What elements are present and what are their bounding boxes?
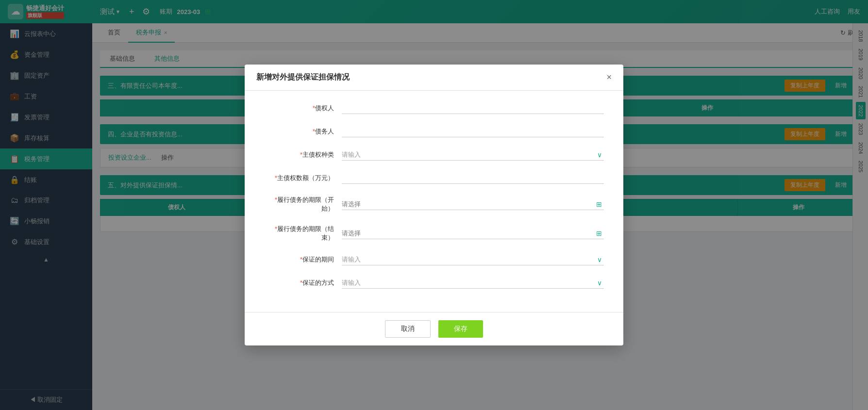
select-debt-type[interactable]: 请输入: [342, 149, 604, 161]
form-row-guarantee-method: *保证的方式 请输入 ∨: [264, 277, 604, 289]
input-debtor[interactable]: [342, 126, 604, 137]
form-row-guarantee-period: *保证的期间 请输入 ∨: [264, 254, 604, 265]
modal-header: 新增对外提供保证担保情况 ×: [245, 65, 623, 91]
input-debt-amount[interactable]: [342, 172, 604, 184]
modal-title: 新增对外提供保证担保情况: [256, 72, 350, 82]
form-row-debtor: *债务人: [264, 126, 604, 137]
form-row-period-start: *履行债务的期限（开始） ⊞: [264, 196, 604, 213]
label-creditor: *债权人: [264, 104, 342, 113]
save-button[interactable]: 保存: [438, 320, 483, 338]
modal-body: *债权人 *债务人 *主债权种类 请输入: [245, 91, 623, 312]
form-row-debt-amount: *主债权数额（万元）: [264, 172, 604, 184]
label-period-start: *履行债务的期限（开始）: [264, 196, 342, 213]
input-creditor[interactable]: [342, 102, 604, 114]
label-period-end: *履行债务的期限（结束）: [264, 225, 342, 242]
label-guarantee-method: *保证的方式: [264, 279, 342, 287]
form-row-period-end: *履行债务的期限（结束） ⊞: [264, 225, 604, 242]
modal-footer: 取消 保存: [245, 312, 623, 345]
form-row-debt-type: *主债权种类 请输入 ∨: [264, 149, 604, 161]
label-guarantee-period: *保证的期间: [264, 255, 342, 264]
select-wrapper-debt-type: 请输入 ∨: [342, 149, 604, 161]
modal-overlay[interactable]: 新增对外提供保证担保情况 × *债权人 *债务人 *主债权种类: [0, 0, 868, 410]
date-wrapper-end: ⊞: [342, 228, 604, 239]
modal-close-button[interactable]: ×: [606, 72, 612, 82]
label-debt-amount: *主债权数额（万元）: [264, 174, 342, 182]
cancel-button[interactable]: 取消: [385, 320, 431, 338]
select-wrapper-guarantee-period: 请输入 ∨: [342, 254, 604, 265]
label-debtor: *债务人: [264, 127, 342, 136]
date-wrapper-start: ⊞: [342, 198, 604, 210]
input-period-start[interactable]: [342, 198, 604, 210]
modal: 新增对外提供保证担保情况 × *债权人 *债务人 *主债权种类: [245, 65, 623, 345]
select-guarantee-method[interactable]: 请输入: [342, 277, 604, 289]
form-row-creditor: *债权人: [264, 102, 604, 114]
select-guarantee-period[interactable]: 请输入: [342, 254, 604, 265]
label-debt-type: *主债权种类: [264, 150, 342, 159]
input-period-end[interactable]: [342, 228, 604, 239]
select-wrapper-guarantee-method: 请输入 ∨: [342, 277, 604, 289]
